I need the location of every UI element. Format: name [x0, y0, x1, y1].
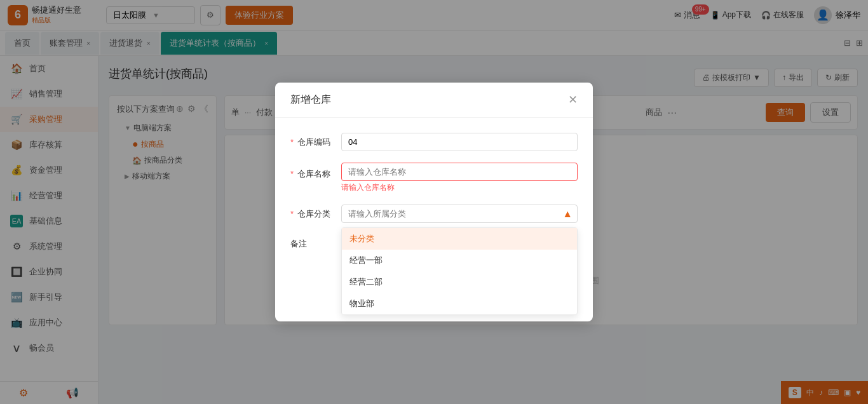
modal-header: 新增仓库 ✕ — [275, 83, 593, 118]
dropdown-item-dept1[interactable]: 经营一部 — [342, 250, 577, 271]
category-label: * 仓库分类 — [290, 205, 341, 220]
name-input[interactable] — [341, 163, 578, 181]
new-warehouse-modal: 新增仓库 ✕ * 仓库编码 * 仓库名称 请输入仓库名称 — [275, 83, 593, 321]
modal-title: 新增仓库 — [290, 93, 331, 107]
dropdown-item-dept2[interactable]: 经营二部 — [342, 271, 577, 293]
category-input[interactable] — [341, 205, 578, 223]
category-dropdown: 未分类 经营一部 经营二部 物业部 — [341, 227, 578, 315]
warehouse-code-field: * 仓库编码 — [290, 133, 578, 151]
name-label: * 仓库名称 — [290, 165, 341, 180]
code-label: * 仓库编码 — [290, 133, 341, 148]
dropdown-item-unclassified[interactable]: 未分类 — [342, 228, 577, 250]
name-error-msg: 请输入仓库名称 — [341, 183, 395, 192]
dropdown-item-property[interactable]: 物业部 — [342, 293, 577, 314]
modal-close-button[interactable]: ✕ — [568, 93, 578, 107]
category-select-wrap: ▲ 未分类 经营一部 经营二部 物业部 — [341, 205, 578, 223]
warehouse-name-field: * 仓库名称 请输入仓库名称 — [290, 163, 578, 193]
code-input[interactable] — [341, 133, 578, 151]
category-arrow-icon[interactable]: ▲ — [562, 208, 573, 220]
warehouse-category-field: * 仓库分类 ▲ 未分类 经营一部 经营二部 物业部 — [290, 205, 578, 223]
modal-body: * 仓库编码 * 仓库名称 请输入仓库名称 * 仓库分类 — [275, 118, 593, 279]
remark-label: 备注 — [290, 234, 341, 250]
